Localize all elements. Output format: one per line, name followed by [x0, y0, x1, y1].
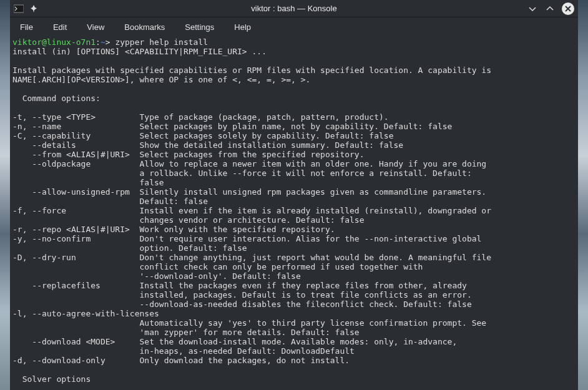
opt-download1: --download <MODE> Set the download-insta…	[12, 337, 457, 346]
titlebar-left	[14, 4, 39, 14]
command-text: zypper help install	[115, 37, 208, 47]
terminal-icon	[14, 4, 24, 14]
opt-oldpackage2: a rollback. Unlike --force it will not e…	[12, 168, 472, 178]
menu-view[interactable]: View	[83, 20, 108, 34]
solver-options-header: Solver options	[12, 374, 91, 384]
menu-bookmarks[interactable]: Bookmarks	[120, 20, 169, 34]
close-button[interactable]	[562, 2, 574, 15]
desktop-background-left	[0, 0, 10, 390]
pin-icon[interactable]	[29, 4, 39, 14]
menu-file[interactable]: File	[16, 20, 37, 34]
minimize-button[interactable]	[527, 3, 538, 14]
opt-replacefiles3: --download-as-needed disables the fileco…	[12, 300, 472, 309]
menu-settings[interactable]: Settings	[181, 20, 218, 34]
terminal-area[interactable]: viktor@linux-o7n1:~> zypper help install…	[10, 36, 578, 390]
usage-line: install (in) [OPTIONS] <CAPABILITY|RPM_F…	[12, 47, 267, 56]
opt-dryrun2: conflict check can only be performed if …	[12, 262, 423, 271]
menu-help[interactable]: Help	[230, 20, 255, 34]
opt-license2: Automatically say 'yes' to third party l…	[12, 318, 486, 328]
opt-from: --from <ALIAS|#|URI> Select packages fro…	[12, 150, 365, 159]
opt-name: -n, --name Select packages by plain name…	[12, 122, 452, 131]
opt-downloadonly: -d, --download-only Only download the pa…	[12, 356, 350, 365]
opt-oldpackage1: --oldpackage Allow to replace a newer it…	[12, 159, 486, 168]
opt-force2: changes vendor or architecture. Default:…	[12, 215, 365, 225]
opt-capability: -C, --capability Select packages solely …	[12, 131, 393, 140]
opt-replacefiles1: --replacefiles Install the packages even…	[12, 281, 467, 290]
opt-repo: -r, --repo <ALIAS|#|URI> Work only with …	[12, 225, 335, 234]
opt-license1: -l, --auto-agree-with-licenses	[12, 309, 159, 318]
prompt-sep: :	[96, 37, 100, 47]
opt-type: -t, --type <TYPE> Type of package (packa…	[12, 112, 389, 122]
opt-details: --details Show the detailed installation…	[12, 140, 403, 150]
titlebar: viktor : bash — Konsole	[10, 0, 578, 17]
opt-dryrun3: '--download-only'. Default: false	[12, 271, 301, 281]
maximize-button[interactable]	[544, 3, 556, 14]
menu-edit[interactable]: Edit	[49, 20, 71, 34]
opt-license3: 'man zypper' for more details. Default: …	[12, 328, 360, 337]
opt-replacefiles2: installed, packages. Default is to treat…	[12, 290, 472, 300]
opt-dryrun1: -D, --dry-run Don't change anything, jus…	[12, 253, 491, 262]
opt-oldpackage3: false	[12, 178, 164, 187]
window-controls	[527, 2, 574, 15]
menubar: File Edit View Bookmarks Settings Help	[10, 17, 578, 36]
desktop-background-right	[578, 0, 588, 390]
opt-unsigned1: --allow-unsigned-rpm Silently install un…	[12, 187, 486, 197]
opt-unsigned2: Default: false	[12, 197, 208, 206]
prompt-path: ~	[100, 37, 105, 47]
opt-download2: in-heaps, as-needed Default: DownloadDef…	[12, 346, 355, 356]
description-line2: NAME[.ARCH][OP<VERSION>], where OP is on…	[12, 75, 310, 84]
prompt-end: >	[105, 37, 110, 47]
konsole-window: viktor : bash — Konsole File Edit View B…	[10, 0, 578, 390]
opt-force1: -f, --force Install even if the item is …	[12, 206, 491, 215]
opt-noconfirm1: -y, --no-confirm Don't require user inte…	[12, 234, 481, 243]
opt-noconfirm2: option. Default: false	[12, 243, 247, 253]
command-options-header: Command options:	[12, 94, 100, 103]
svg-rect-0	[14, 5, 24, 12]
prompt-user: viktor@linux-o7n1	[12, 37, 96, 47]
description-line1: Install packages with specified capabili…	[12, 66, 491, 75]
window-title: viktor : bash — Konsole	[251, 4, 336, 13]
